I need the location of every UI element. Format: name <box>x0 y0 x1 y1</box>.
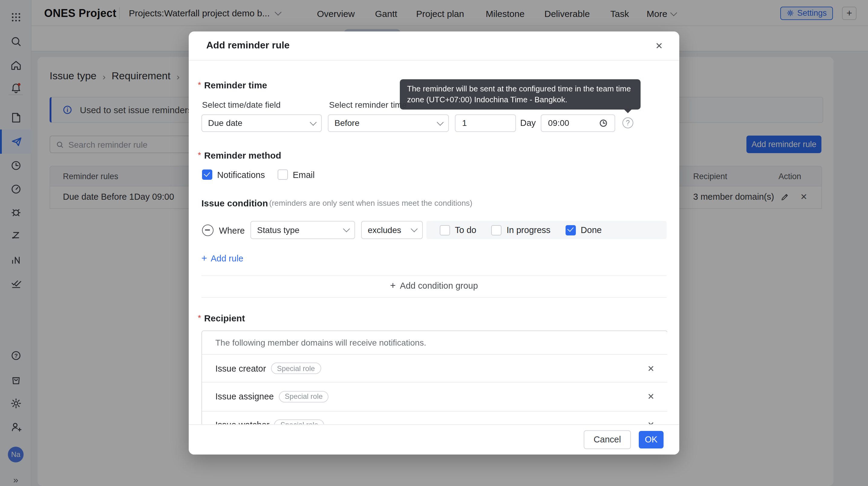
condition-field-select[interactable]: Status type <box>250 221 355 239</box>
method-options: Notifications Email <box>202 169 315 180</box>
tooltip-line-2: zone (UTC+07:00) Indochina Time - Bangko… <box>407 94 633 105</box>
modal-footer: Cancel OK <box>189 424 679 455</box>
todo-label: To do <box>455 225 476 235</box>
recipient-section-label: * Recipient <box>198 313 245 323</box>
in-progress-label: In progress <box>506 225 551 235</box>
issue-condition-note: (reminders are only sent when issues mee… <box>269 198 472 207</box>
divider <box>202 297 666 298</box>
chevron-down-icon <box>437 119 443 125</box>
remove-recipient-icon[interactable]: ✕ <box>648 421 654 424</box>
notifications-checkbox[interactable] <box>202 169 212 180</box>
remove-condition-icon[interactable] <box>202 224 214 236</box>
close-icon[interactable]: ✕ <box>655 41 663 50</box>
where-label: Where <box>219 225 245 235</box>
remove-recipient-icon[interactable]: ✕ <box>648 364 654 373</box>
direction-select[interactable]: Before <box>328 114 449 132</box>
done-checkbox[interactable] <box>565 225 576 235</box>
plus-icon: + <box>390 281 396 290</box>
recipient-row-assignee: Issue assignee Special role ✕ <box>202 382 667 411</box>
special-role-tag: Special role <box>271 363 321 374</box>
issue-condition-heading: Issue condition (reminders are only sent… <box>202 198 472 208</box>
reminder-time-label: Select reminder time <box>329 99 407 109</box>
timezone-help-icon[interactable]: ? <box>622 117 633 128</box>
email-label: Email <box>293 170 315 179</box>
condition-operator-select[interactable]: excludes <box>361 221 423 239</box>
chevron-down-icon <box>310 119 316 125</box>
add-condition-group-button[interactable]: + Add condition group <box>189 278 679 293</box>
time-input[interactable]: 09:00 <box>541 114 615 132</box>
tooltip-line-1: The reminder will be sent at the configu… <box>407 84 633 94</box>
divider <box>202 276 666 276</box>
reminder-time-section-label: * Reminder time <box>198 80 267 90</box>
tooltip-arrow <box>624 109 632 113</box>
recipient-list: The following member domains will receiv… <box>202 331 667 424</box>
amount-input[interactable]: 1 <box>455 114 516 132</box>
plus-icon: + <box>202 253 207 263</box>
unit-label: Day <box>520 118 536 127</box>
screenshot-root: ONES Project Projects:Waterfall project … <box>0 0 868 486</box>
add-rule-button[interactable]: + Add rule <box>202 253 244 263</box>
done-label: Done <box>581 225 601 235</box>
chevron-down-icon <box>343 225 349 232</box>
cancel-button[interactable]: Cancel <box>584 430 631 449</box>
recipient-list-clip: The following member domains will receiv… <box>202 331 667 424</box>
notifications-label: Notifications <box>217 170 265 179</box>
recipient-row-watcher: Issue watcher Special role ✕ <box>202 411 667 424</box>
remove-recipient-icon[interactable]: ✕ <box>648 393 654 401</box>
todo-checkbox[interactable] <box>440 225 450 235</box>
modal-title: Add reminder rule <box>206 40 290 51</box>
email-checkbox[interactable] <box>278 169 288 180</box>
special-role-tag: Special role <box>274 419 324 424</box>
clock-icon <box>599 119 608 128</box>
special-role-tag: Special role <box>279 391 329 402</box>
recipient-row-creator: Issue creator Special role ✕ <box>202 354 667 382</box>
status-options-panel: To do In progress Done <box>427 221 666 239</box>
in-progress-checkbox[interactable] <box>492 225 502 235</box>
ok-button[interactable]: OK <box>639 431 663 449</box>
modal-header: Add reminder rule ✕ <box>189 31 679 60</box>
field-label: Select time/date field <box>202 99 281 109</box>
date-field-select[interactable]: Due date <box>202 114 322 132</box>
recipient-note: The following member domains will receiv… <box>215 338 426 347</box>
recipient-note-row: The following member domains will receiv… <box>202 331 667 354</box>
timezone-tooltip: The reminder will be sent at the configu… <box>400 79 641 110</box>
chevron-down-icon <box>411 225 417 232</box>
reminder-method-section-label: * Reminder method <box>198 150 281 160</box>
